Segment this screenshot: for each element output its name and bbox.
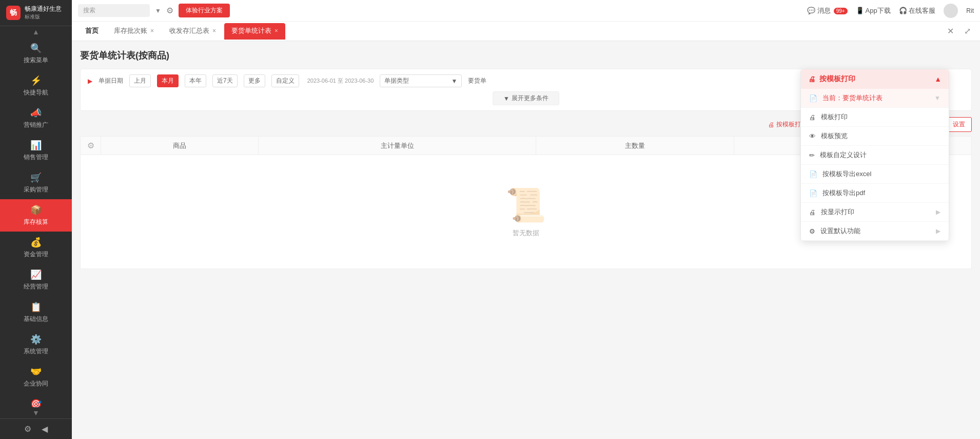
template-print-label: 模板打印 — [821, 112, 848, 122]
date-btn-7days[interactable]: 近7天 — [212, 74, 238, 87]
dropdown-set-default[interactable]: ⚙ 设置默认功能 ▶ — [801, 222, 949, 241]
set-default-label: 设置默认功能 — [820, 226, 931, 236]
tab-order-stats-close[interactable]: × — [275, 27, 278, 34]
date-btn-this-month[interactable]: 本月 — [157, 74, 179, 87]
dropdown-template-print[interactable]: 🖨 模板打印 — [801, 108, 949, 127]
type-filter-select[interactable]: 单据类型 ▼ — [380, 74, 462, 87]
topbar-right: 💬 消息 99+ 📱 App下载 🎧 在线客服 Rit — [807, 4, 974, 18]
date-range-display: 2023-06-01 至 2023-06-30 — [307, 77, 374, 85]
settings-footer-icon[interactable]: ⚙ — [24, 424, 31, 434]
date-btn-more[interactable]: 更多 — [244, 74, 265, 87]
export-excel-label: 按模板导出excel — [822, 169, 871, 179]
collab-icon: 🤝 — [30, 366, 42, 377]
tabs-right: ✕ ⤢ — [944, 25, 974, 37]
dropdown-template-export-excel[interactable]: 📄 按模板导出excel — [801, 165, 949, 184]
filter-expand-icon: ▶ — [88, 78, 92, 85]
sidebar-item-label-search: 搜索菜单 — [24, 56, 48, 65]
print-icon: 🖨 — [768, 121, 774, 128]
app-download-btn[interactable]: 📱 App下载 — [856, 6, 891, 15]
dropdown-title: 按模板打印 — [819, 74, 855, 84]
tab-collection-close[interactable]: × — [212, 27, 216, 34]
logo-icon: 畅 — [6, 6, 21, 20]
template-custom-icon: ✏ — [809, 151, 815, 159]
sidebar-item-collab[interactable]: 🤝 企业协同 — [0, 361, 72, 393]
user-avatar[interactable] — [944, 4, 958, 18]
dropdown-print-icon: 🖨 — [808, 75, 815, 83]
topbar: 搜索 ▼ ⚙ 体验行业方案 💬 消息 99+ 📱 App下载 🎧 在线客服 Ri… — [72, 0, 980, 22]
tab-home[interactable]: 首页 — [78, 23, 106, 40]
sidebar-item-label-sales: 销售管理 — [24, 153, 48, 162]
sidebar-item-label-inventory: 库存核算 — [24, 218, 48, 226]
collapse-sidebar-icon[interactable]: ◀ — [42, 424, 48, 434]
dropdown-display-print[interactable]: 🖨 按显示打印 ▶ — [801, 203, 949, 222]
system-icon: ⚙️ — [30, 334, 42, 345]
dropdown-template-export-pdf[interactable]: 📄 按模板导出pdf — [801, 184, 949, 203]
logo-text-group: 畅康通好生意 标准版 — [25, 5, 62, 21]
sidebar-item-label-marketing: 营销推广 — [24, 121, 48, 129]
sidebar-item-marketing[interactable]: 📣 营销推广 — [0, 102, 72, 135]
tab-batch-close[interactable]: × — [150, 27, 154, 34]
sidebar: 畅 畅康通好生意 标准版 ▲ 🔍 搜索菜单 ⚡ 快捷导航 📣 营销推广 📊 销售… — [0, 0, 72, 439]
scroll-up-btn[interactable]: ▲ — [0, 26, 72, 37]
sidebar-item-guide[interactable]: 🎯 新手引导 — [0, 393, 72, 407]
display-print-icon: 🖨 — [809, 208, 816, 216]
sidebar-item-system[interactable]: ⚙️ 系统管理 — [0, 329, 72, 361]
topbar-dropdown-arrow[interactable]: ▼ — [155, 7, 161, 14]
sidebar-item-finance[interactable]: 💰 资金管理 — [0, 232, 72, 264]
set-default-arrow: ▶ — [936, 227, 940, 235]
col-unit-header: 主计量单位 — [258, 137, 536, 155]
table-gear-icon[interactable]: ⚙ — [87, 141, 94, 150]
inventory-icon: 📦 — [30, 204, 42, 216]
topbar-gear-icon[interactable]: ⚙ — [166, 6, 173, 15]
current-template-label: 当前：要货单统计表 — [822, 93, 929, 103]
template-preview-label: 模板预览 — [821, 131, 848, 141]
sidebar-item-search[interactable]: 🔍 搜索菜单 — [0, 37, 72, 70]
dropdown-template-preview[interactable]: 👁 模板预览 — [801, 127, 949, 146]
export-pdf-icon: 📄 — [809, 189, 817, 197]
date-btn-custom[interactable]: 自定义 — [271, 74, 299, 87]
sidebar-item-purchase[interactable]: 🛒 采购管理 — [0, 167, 72, 199]
sidebar-item-label-operations: 经营管理 — [24, 282, 48, 291]
sidebar-item-sales[interactable]: 📊 销售管理 — [0, 135, 72, 167]
tab-collection-label: 收发存汇总表 — [169, 26, 209, 35]
sidebar-nav: 🔍 搜索菜单 ⚡ 快捷导航 📣 营销推广 📊 销售管理 🛒 采购管理 📦 库存核… — [0, 37, 72, 407]
filter-expand-btn[interactable]: ▶ — [88, 78, 92, 85]
messages-btn[interactable]: 💬 消息 99+ — [807, 6, 847, 15]
tab-close-all-btn[interactable]: ✕ — [944, 25, 957, 37]
topbar-search-box[interactable]: 搜索 — [78, 4, 150, 17]
sidebar-item-operations[interactable]: 📈 经营管理 — [0, 264, 72, 296]
tab-maximize-btn[interactable]: ⤢ — [961, 25, 974, 37]
shortcut-icon: ⚡ — [30, 75, 42, 86]
trial-btn[interactable]: 体验行业方案 — [179, 4, 230, 17]
settings-btn[interactable]: 设置 — [946, 117, 972, 132]
col-settings-header[interactable]: ⚙ — [81, 137, 101, 155]
sidebar-item-label-basic: 基础信息 — [24, 315, 48, 323]
operations-icon: 📈 — [30, 269, 42, 280]
set-default-icon: ⚙ — [809, 227, 815, 235]
empty-illustration: 📜 — [505, 186, 546, 224]
sidebar-footer: ⚙ ◀ — [0, 418, 72, 439]
tab-collection[interactable]: 收发存汇总表 × — [162, 23, 223, 40]
empty-label: 暂无数据 — [513, 228, 539, 238]
sidebar-item-shortcut[interactable]: ⚡ 快捷导航 — [0, 70, 72, 102]
dropdown-template-custom[interactable]: ✏ 模板自定义设计 — [801, 146, 949, 165]
template-preview-icon: 👁 — [809, 132, 816, 140]
date-btn-last-month[interactable]: 上月 — [129, 74, 151, 87]
date-filter-label: 单据日期 — [99, 77, 123, 85]
sidebar-item-inventory[interactable]: 📦 库存核算 — [0, 199, 72, 232]
tab-order-stats[interactable]: 要货单统计表 × — [224, 23, 285, 40]
dropdown-collapse-btn[interactable]: ▲ — [934, 75, 942, 83]
sidebar-item-basic[interactable]: 📋 基础信息 — [0, 296, 72, 329]
online-service-btn[interactable]: 🎧 在线客服 — [899, 6, 936, 15]
dropdown-current-item[interactable]: 📄 当前：要货单统计表 ▼ — [801, 89, 949, 108]
expand-more-btn[interactable]: ▼ 展开更多条件 — [493, 91, 559, 105]
app-download-label: App下载 — [866, 7, 891, 14]
display-print-arrow: ▶ — [936, 208, 940, 216]
scroll-down-btn[interactable]: ▼ — [0, 407, 72, 418]
tab-batch[interactable]: 库存批次账 × — [107, 23, 161, 40]
current-template-icon: 📄 — [809, 94, 817, 102]
online-service-label: 在线客服 — [909, 7, 935, 14]
date-btn-this-year[interactable]: 本年 — [185, 74, 206, 87]
export-excel-icon: 📄 — [809, 170, 817, 178]
tab-order-stats-label: 要货单统计表 — [231, 26, 271, 35]
